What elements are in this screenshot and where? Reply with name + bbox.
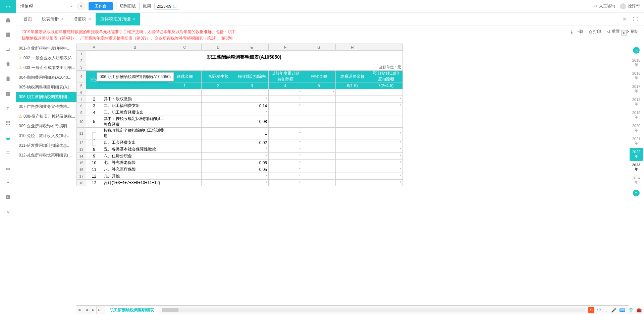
download-button[interactable]: ⭳下载 (570, 29, 583, 35)
year-item[interactable]: 2017年 (630, 82, 643, 96)
tab-expand-icon[interactable]: ⛶ (631, 15, 639, 23)
nav-bag-icon[interactable] (0, 57, 16, 72)
form-item-8[interactable]: 009-企业所得税弥补亏损明... (16, 121, 76, 131)
table-row[interactable]: 1611八、补充医疗保险0.05** (77, 166, 403, 173)
print-button[interactable]: ⎙打印 (589, 29, 601, 35)
year-item[interactable]: 2018年 (630, 96, 643, 109)
year-up-icon[interactable]: ︽ (633, 47, 640, 54)
form-item-10[interactable]: 011-研发费用加计扣除优惠... (16, 141, 76, 150)
table-row[interactable]: 127四、工会经费支出0.02** (77, 139, 403, 146)
tab-2[interactable]: 增值税✕ (68, 13, 96, 25)
ime-mic-icon[interactable]: 🎤 (611, 308, 616, 313)
svg-rect-2 (7, 77, 9, 78)
table-row[interactable]: 1813合计(1+3+4+7+8+9+10+11+12)*** (77, 180, 403, 186)
sheet-tab[interactable]: 职工薪酬纳税调整明细表 (105, 306, 159, 314)
form-item-0[interactable]: 001-企业所得税年度纳税申... (16, 44, 76, 53)
ime-bar: S 中 ， 🎤 ⌨ 👕 🧰 (586, 306, 644, 314)
nav-home-icon[interactable] (0, 13, 16, 27)
tab-0[interactable]: 首页 (19, 13, 37, 25)
table-row[interactable]: 149六、住房公积金*** (77, 153, 403, 160)
tab-1[interactable]: 税表清册✕ (37, 13, 68, 25)
tab-close-icon[interactable]: ✕ (61, 17, 64, 21)
form-item-3[interactable]: 004-期间费用明细表(A1040... (16, 73, 76, 82)
ime-punct-icon[interactable]: ， (604, 307, 608, 313)
reset-button[interactable]: ↺重置 (607, 29, 620, 35)
year-item[interactable]: 2020年 (630, 122, 643, 135)
sheet-last-icon[interactable]: ⏭ (97, 306, 103, 314)
form-item-11[interactable]: 012-减免所得税优惠明细表(... (16, 150, 76, 160)
form-item-2[interactable]: ⚠003-一般企业成本支出明细... (16, 63, 76, 73)
year-item[interactable]: 2022年 (630, 148, 643, 161)
svg-text:T: T (6, 107, 9, 111)
ime-logo-icon[interactable]: S (588, 307, 594, 313)
form-item-6[interactable]: 007-广告费和业务宣传费跨... (16, 102, 76, 112)
sheet-prev-icon[interactable]: ◀ (83, 306, 90, 314)
svg-rect-6 (8, 121, 10, 123)
nav-gear-icon[interactable] (0, 175, 16, 190)
sheet-next-icon[interactable]: ▶ (90, 306, 97, 314)
user-menu[interactable]: 徐泽华 (620, 3, 640, 9)
collapse-round-button[interactable]: ≡ (77, 2, 85, 10)
category-dropdown[interactable]: 增值税 (20, 3, 74, 9)
table-row[interactable]: 72其中：股权激励*** (77, 96, 403, 103)
table-row[interactable]: 105其中：按税收规定比例扣除的职工教育经费0.08 (77, 116, 403, 128)
chevron-down-icon (69, 4, 74, 9)
tab-close-all-icon[interactable]: ✕ (621, 15, 629, 23)
table-row[interactable]: 138五、各类基本社会保障性缴款*** (77, 146, 403, 153)
nav-report-icon[interactable] (0, 86, 16, 101)
vertical-nav: T V (0, 0, 16, 314)
form-item-9[interactable]: 010-免税、减计收入及加计... (16, 131, 76, 141)
year-item[interactable]: 2023年 (630, 161, 643, 174)
year-item[interactable]: 2019年 (630, 109, 643, 122)
horizontal-scrollbar[interactable] (162, 308, 626, 312)
form-item-5[interactable]: 006-职工薪酬纳税调整明细... (16, 92, 76, 102)
workspace-button[interactable]: 工作台 (89, 2, 113, 10)
year-item[interactable]: 2024年 (630, 174, 643, 187)
table-row[interactable]: 94三、职工教育经费支出* (77, 109, 403, 116)
year-item[interactable]: 2021年 (630, 135, 643, 148)
year-item[interactable]: 2015年 (630, 56, 643, 69)
ime-keyboard-icon[interactable]: ⌨ (619, 308, 626, 313)
ime-skin-icon[interactable]: 👕 (628, 308, 634, 313)
tab-close-icon[interactable]: ✕ (133, 17, 136, 21)
table-row[interactable]: 1510七、补充养老保险0.05** (77, 160, 403, 166)
nav-font-icon[interactable]: T (0, 101, 16, 116)
print-icon: ⎙ (589, 29, 592, 34)
sheet-expand-icon[interactable]: ▶ (621, 30, 627, 36)
nav-chart-icon[interactable] (0, 42, 16, 57)
nav-transfer-icon[interactable] (0, 145, 16, 160)
category-label: 增值税 (20, 3, 33, 9)
nav-clipboard-icon[interactable] (0, 72, 16, 86)
ime-toolbox-icon[interactable]: 🧰 (636, 308, 642, 313)
refresh-button[interactable]: ⟳刷新 (626, 29, 639, 35)
sheet-first-icon[interactable]: ⏮ (76, 306, 83, 314)
table-row[interactable]: 1712九、其他*** (77, 173, 403, 180)
nav-play-icon[interactable] (0, 190, 16, 204)
year-item[interactable]: 2016年 (630, 69, 643, 82)
tab-3[interactable]: 所得税汇算清缴✕ (96, 13, 140, 25)
svg-text:V: V (7, 210, 9, 214)
sidebar-collapse-icon[interactable]: ◀ (92, 132, 96, 146)
app-logo[interactable] (0, 0, 16, 13)
form-item-4[interactable]: 005-纳税调整项目明细表(A1... (16, 82, 76, 92)
table-row[interactable]: 6** (77, 89, 403, 96)
svg-rect-8 (8, 124, 10, 126)
oldversion-button[interactable]: 切到旧版 (116, 2, 140, 10)
nav-bowl-icon[interactable] (0, 131, 16, 145)
nav-doc-icon[interactable] (0, 27, 16, 42)
year-down-icon[interactable]: ︾ (633, 190, 640, 196)
warning-icon: ⚠ (19, 66, 22, 70)
warning-icon: ⚠ (19, 56, 22, 60)
nav-inbox-icon[interactable] (0, 160, 16, 175)
calendar-icon (173, 4, 177, 8)
support-button[interactable]: 人工咨询 (593, 3, 615, 9)
form-item-1[interactable]: ⚠002-一般企业收入明细表(A... (16, 53, 76, 63)
ime-lang-icon[interactable]: 中 (597, 307, 601, 313)
period-picker[interactable]: 2023-09 (154, 3, 179, 10)
form-item-7[interactable]: ⚠008-资产折旧、摊销及纳税... (16, 112, 76, 121)
table-row[interactable]: 116按税收规定全额扣除的职工培训费用1** (77, 128, 403, 139)
nav-grid-icon[interactable] (0, 116, 16, 131)
table-row[interactable]: 83二、职工福利费支出0.14** (77, 103, 403, 109)
tab-close-icon[interactable]: ✕ (88, 17, 91, 21)
nav-v-icon[interactable]: V (0, 204, 16, 219)
